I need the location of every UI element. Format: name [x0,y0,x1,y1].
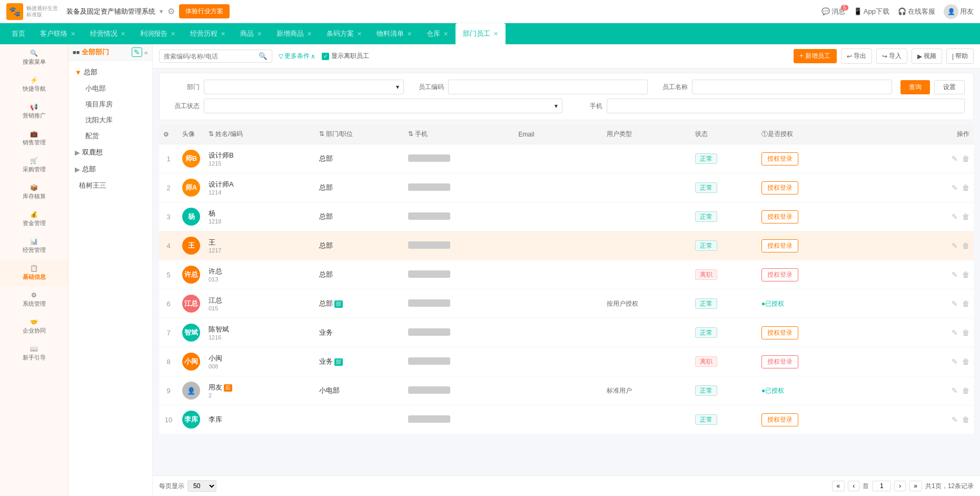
close-goods-tab[interactable]: ✕ [257,31,262,37]
auth-btn[interactable]: 授权登录 [761,152,798,166]
import-btn[interactable]: ↪ 导入 [876,48,907,64]
delete-btn[interactable]: 🗑 [962,299,969,308]
dept-shuang-lu[interactable]: ▶ 双鹿想 [68,144,152,161]
close-barcode-tab[interactable]: ✕ [357,31,362,37]
edit-btn[interactable]: ✎ [952,183,958,192]
phone-input[interactable] [607,99,965,113]
tab-new-goods[interactable]: 新增商品✕ [269,23,319,44]
close-customer-tab[interactable]: ✕ [71,31,75,37]
emp-status-select[interactable]: ▾ [204,99,562,113]
edit-btn[interactable]: ✎ [952,299,958,308]
close-warehouse-tab[interactable]: ✕ [443,31,448,37]
show-resigned-toggle[interactable]: ✓ 显示离职员工 [322,52,369,61]
nav-collab[interactable]: 🤝 企业协同 [0,313,68,340]
nav-system[interactable]: ⚙ 系统管理 [0,286,68,313]
dept-item-head[interactable]: ▼ 总部 [68,64,152,81]
close-history-tab[interactable]: ✕ [221,31,225,37]
auth-btn[interactable]: 授权登录 [761,268,798,281]
tab-business[interactable]: 经营情况✕ [83,23,133,44]
delete-btn[interactable]: 🗑 [962,241,969,250]
dept-zhi-shu[interactable]: 植树王三 [68,178,152,193]
col-settings[interactable]: ⚙ [159,124,178,144]
nav-search[interactable]: 🔍 搜索菜单 [0,44,68,71]
prev-page-btn[interactable]: ‹ [848,481,859,491]
close-employees-tab[interactable]: ✕ [493,31,498,37]
more-filter-btn[interactable]: ▽ 更多条件 ∧ [279,52,315,61]
search-input[interactable] [160,51,254,62]
search-btn[interactable]: 🔍 [254,50,272,62]
nav-basic[interactable]: 📋 基础信息 [0,259,68,286]
tab-barcode[interactable]: 条码方案✕ [319,23,369,44]
tab-warehouse[interactable]: 仓库✕ [419,23,456,44]
auth-btn[interactable]: 授权登录 [761,210,798,223]
dept-shenyang[interactable]: 沈阳大库 [75,112,152,128]
tab-goods[interactable]: 商品✕ [233,23,269,44]
dept-filter-select[interactable]: ▾ [204,80,404,94]
settings-icon[interactable]: ⚙ [167,6,175,16]
nav-sales[interactable]: 💼 销售管理 [0,125,68,152]
delete-btn[interactable]: 🗑 [962,386,969,395]
edit-btn[interactable]: ✎ [952,154,958,163]
nav-marketing[interactable]: 📢 营销推广 [0,98,68,125]
close-business-tab[interactable]: ✕ [121,31,125,37]
col-dept[interactable]: ⇅ 部门/职位 [315,124,404,144]
delete-btn[interactable]: 🗑 [962,415,969,424]
tab-customer[interactable]: 客户联络✕ [33,23,83,44]
dropdown-arrow[interactable]: ▾ [160,7,163,15]
edit-btn[interactable]: ✎ [952,212,958,221]
next-page-btn[interactable]: › [894,481,906,491]
close-new-goods-tab[interactable]: ✕ [307,31,312,37]
delete-btn[interactable]: 🗑 [962,212,969,221]
export-btn[interactable]: ↩ 导出 [841,48,872,64]
edit-btn[interactable]: ✎ [952,386,958,395]
set-btn[interactable]: 设置 [934,80,965,94]
app-download-btn[interactable]: 📱 App下载 [854,7,889,16]
dept-xiao-dian[interactable]: 小电部 [75,81,152,96]
col-name[interactable]: ⇅ 姓名/编码 [204,124,315,144]
query-btn[interactable]: 查询 [900,80,930,94]
auth-btn[interactable]: 授权登录 [761,326,798,339]
message-btn[interactable]: 💬 消息 5 [821,7,845,16]
page-input[interactable] [872,481,891,491]
close-bom-tab[interactable]: ✕ [407,31,412,37]
nav-finance[interactable]: 💰 资金管理 [0,206,68,232]
dept-peihuo[interactable]: 配货 [75,128,152,144]
user-area[interactable]: 👤 用友 [944,4,974,19]
emp-code-input[interactable] [448,80,648,94]
auth-btn[interactable]: 授权登录 [761,239,798,252]
new-employee-btn[interactable]: + 新增员工 [794,49,837,63]
last-page-btn[interactable]: » [909,481,922,491]
auth-btn[interactable]: 授权登录 [761,355,798,368]
emp-name-input[interactable] [692,80,892,94]
nav-inventory[interactable]: 📦 库存核算 [0,179,68,206]
tab-bom[interactable]: 物料清单✕ [369,23,419,44]
delete-btn[interactable]: 🗑 [962,328,969,337]
edit-btn[interactable]: ✎ [952,415,958,424]
collapse-sidebar-icon[interactable]: « [144,48,148,56]
delete-btn[interactable]: 🗑 [962,154,969,163]
edit-btn[interactable]: ✎ [952,357,958,366]
edit-btn[interactable]: ✎ [952,270,958,279]
dept-proj-room[interactable]: 项目库房 [75,96,152,112]
col-phone[interactable]: ⇅ 手机 [404,124,514,144]
online-service-btn[interactable]: 🎧 在线客服 [898,7,935,16]
delete-btn[interactable]: 🗑 [962,183,969,192]
close-profit-tab[interactable]: ✕ [171,31,175,37]
trial-btn[interactable]: 体验行业方案 [179,4,230,18]
search-box[interactable]: 🔍 [159,50,272,63]
delete-btn[interactable]: 🗑 [962,270,969,279]
first-page-btn[interactable]: « [832,481,845,491]
delete-btn[interactable]: 🗑 [962,357,969,366]
nav-quick[interactable]: ⚡ 快捷导航 [0,71,68,98]
per-page-select[interactable]: 50 100 200 [187,480,216,492]
help-btn[interactable]: | 帮助 [946,48,974,64]
dept-zong-bu[interactable]: ▶ 总部 [68,161,152,178]
tab-history[interactable]: 经营历程✕ [183,23,233,44]
auth-btn[interactable]: 授权登录 [761,413,798,426]
tab-home[interactable]: 首页 [4,23,33,44]
edit-btn[interactable]: ✎ [952,241,958,250]
edit-btn[interactable]: ✎ [952,328,958,337]
auth-btn[interactable]: 授权登录 [761,181,798,194]
nav-purchase[interactable]: 🛒 采购管理 [0,152,68,179]
nav-mgmt[interactable]: 📊 经营管理 [0,232,68,259]
